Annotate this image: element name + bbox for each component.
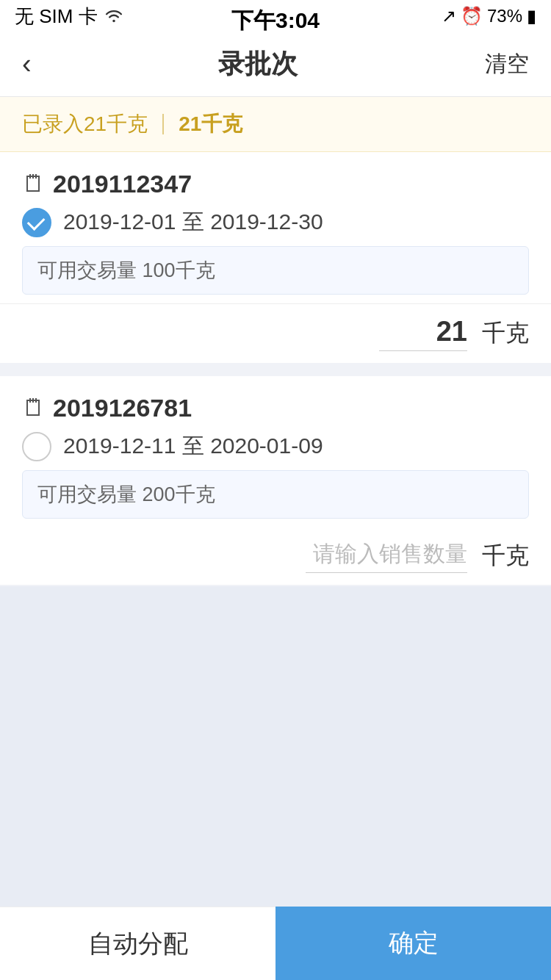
batch-2-header: 🗒 2019126781 (0, 376, 551, 428)
batch-1-amount-underline: 21 (379, 316, 467, 351)
batch-2-quantity: 可用交易量 200千克 (22, 470, 529, 519)
location-icon: ↗ (442, 6, 456, 26)
section-gap-1 (0, 364, 551, 376)
battery-icon: ▮ (527, 6, 536, 26)
battery-text: 73% (487, 6, 522, 26)
batch-1-icon: 🗒 (22, 170, 46, 198)
status-time: 下午3:04 (231, 6, 320, 36)
batch-2-radio[interactable] (22, 432, 51, 461)
gray-area (0, 586, 551, 939)
batch-1-unit: 千克 (482, 317, 529, 350)
batch-2-date: 2019-12-11 至 2020-01-09 (63, 431, 323, 461)
batch-1-header: 🗒 2019112347 (0, 152, 551, 204)
alarm-icon: ⏰ (461, 6, 483, 26)
info-value: 21千克 (179, 110, 242, 138)
wifi-icon (104, 5, 124, 28)
batch-2-id: 2019126781 (53, 394, 192, 422)
batch-1-quantity-text: 可用交易量 100千克 (37, 259, 215, 281)
batch-1-quantity: 可用交易量 100千克 (22, 246, 529, 295)
confirm-button[interactable]: 确定 (276, 907, 551, 980)
nav-bar: ‹ 录批次 清空 (0, 32, 551, 97)
sim-text: 无 SIM 卡 (15, 4, 98, 29)
batch-1-date: 2019-12-01 至 2019-12-30 (63, 207, 323, 237)
page-title: 录批次 (218, 46, 298, 82)
info-banner: 已录入21千克 21千克 (0, 97, 551, 152)
batch-1-radio[interactable] (22, 208, 51, 237)
batch-card-1: 🗒 2019112347 2019-12-01 至 2019-12-30 可用交… (0, 152, 551, 363)
status-bar: 无 SIM 卡 下午3:04 ↗ ⏰ 73% ▮ (0, 0, 551, 32)
back-button[interactable]: ‹ (22, 48, 32, 80)
batch-2-quantity-text: 可用交易量 200千克 (37, 483, 215, 505)
batch-2-input-underline: 请输入销售数量 (306, 539, 467, 573)
batch-2-icon: 🗒 (22, 394, 46, 422)
batch-1-id: 2019112347 (53, 170, 192, 198)
batch-2-input-row: 请输入销售数量 千克 (0, 527, 551, 585)
auto-distribute-button[interactable]: 自动分配 (0, 907, 276, 980)
status-left: 无 SIM 卡 (15, 4, 124, 29)
batch-2-input-placeholder[interactable]: 请输入销售数量 (313, 541, 467, 566)
batch-card-2: 🗒 2019126781 2019-12-11 至 2020-01-09 可用交… (0, 376, 551, 585)
info-divider (162, 114, 164, 134)
batch-1-row: 2019-12-01 至 2019-12-30 (0, 204, 551, 246)
clear-button[interactable]: 清空 (485, 49, 529, 79)
batch-1-amount-row: 21 千克 (0, 303, 551, 363)
bottom-bar: 自动分配 确定 (0, 907, 551, 980)
batch-2-unit: 千克 (482, 540, 529, 572)
status-right: ↗ ⏰ 73% ▮ (442, 6, 536, 26)
batch-1-amount-value[interactable]: 21 (436, 316, 467, 347)
batch-2-row: 2019-12-11 至 2020-01-09 (0, 428, 551, 470)
info-label: 已录入21千克 (22, 110, 148, 138)
